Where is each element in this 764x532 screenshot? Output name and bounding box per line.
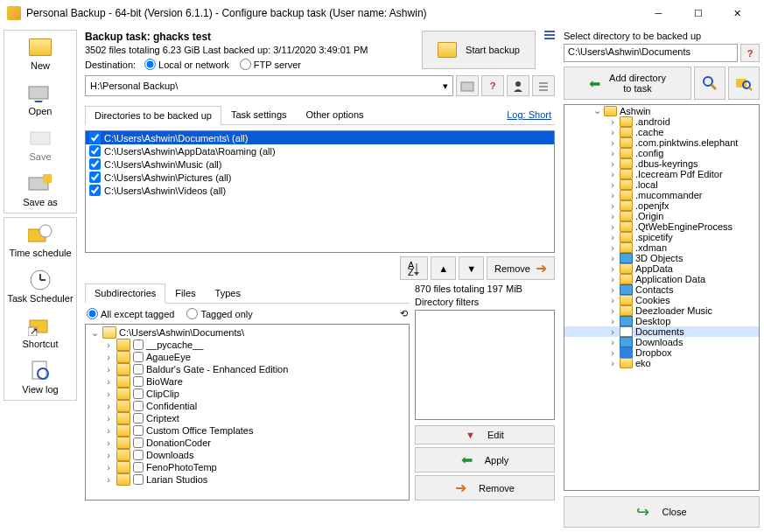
tree-checkbox[interactable] — [133, 352, 144, 362]
move-up-button[interactable]: ▲ — [431, 256, 456, 280]
browser-item[interactable]: ›.Origin — [564, 211, 760, 221]
tree-item[interactable]: ›Baldur's Gate - Enhanced Edition — [88, 363, 407, 375]
dir-checkbox[interactable] — [89, 158, 101, 170]
browser-root[interactable]: ⌄Ashwin — [564, 105, 760, 116]
tab-directories[interactable]: Directories to be backed up — [85, 106, 221, 125]
tree-checkbox[interactable] — [133, 401, 144, 411]
browser-item[interactable]: ›Application Data — [564, 274, 760, 284]
refresh-icon[interactable]: ⟲ — [400, 308, 408, 319]
add-directory-button[interactable]: ⬅ Add directory to task — [564, 66, 691, 100]
browser-item[interactable]: ›Dropbox — [564, 347, 760, 358]
log-link[interactable]: Log: Short — [507, 109, 551, 120]
help-button[interactable]: ? — [740, 44, 760, 62]
browser-item[interactable]: ›.spicetify — [564, 232, 760, 242]
task-scheduler-button[interactable]: Task Scheduler — [6, 269, 74, 304]
edit-filter-button[interactable]: ▼Edit — [415, 425, 555, 444]
tree-checkbox[interactable] — [133, 340, 144, 350]
tree-item[interactable]: ›FenoPhotoTemp — [88, 461, 407, 473]
tree-root[interactable]: ⌄C:\Users\Ashwin\Documents\ — [88, 326, 407, 339]
browser-item[interactable]: ›.config — [564, 148, 760, 158]
browser-item[interactable]: ›.cache — [564, 127, 760, 137]
radio-all-except[interactable]: All except tagged — [87, 308, 174, 319]
browser-item[interactable]: ›.openjfx — [564, 200, 760, 211]
new-button[interactable]: New — [6, 36, 74, 71]
radio-ftp[interactable]: FTP server — [240, 59, 301, 70]
tree-checkbox[interactable] — [133, 474, 144, 485]
subdirectory-tree[interactable]: ⌄C:\Users\Ashwin\Documents\›__pycache__›… — [85, 324, 410, 500]
directory-item[interactable]: C:\Users\Ashwin\AppData\Roaming (all) — [86, 144, 554, 158]
browser-item[interactable]: ›.xdman — [564, 242, 760, 253]
start-backup-button[interactable]: Start backup — [422, 31, 536, 69]
maximize-button[interactable]: ☐ — [678, 0, 718, 26]
close-button[interactable]: ↪ Close — [564, 496, 760, 528]
tree-checkbox[interactable] — [133, 450, 144, 460]
directory-item[interactable]: C:\Users\Ashwin\Videos (all) — [86, 184, 554, 197]
dir-checkbox[interactable] — [89, 132, 101, 144]
directory-item[interactable]: C:\Users\Ashwin\Pictures (all) — [86, 171, 554, 184]
tree-item[interactable]: ›DonationCoder — [88, 437, 407, 449]
tab-types[interactable]: Types — [206, 284, 250, 303]
tree-item[interactable]: ›Custom Office Templates — [88, 424, 407, 437]
settings-icon[interactable] — [532, 75, 555, 96]
open-button[interactable]: Open — [6, 81, 74, 116]
browser-item[interactable]: ›Downloads — [564, 337, 760, 347]
radio-local[interactable]: Local or network — [144, 59, 229, 70]
save-as-button[interactable]: Save as — [6, 172, 74, 207]
tree-item[interactable]: ›Downloads — [88, 449, 407, 461]
tree-checkbox[interactable] — [133, 413, 144, 424]
tree-item[interactable]: ›ClipClip — [88, 388, 407, 400]
browser-item[interactable]: ›.android — [564, 116, 760, 127]
sort-button[interactable]: AZ — [400, 256, 428, 280]
browser-item[interactable]: ›.QtWebEngineProcess — [564, 221, 760, 232]
tree-item[interactable]: ›Confidential — [88, 400, 407, 412]
browser-item[interactable]: ›eko — [564, 358, 760, 368]
dropdown-icon[interactable]: ▾ — [443, 80, 448, 92]
browser-item[interactable]: ›Cookies — [564, 295, 760, 305]
browser-item[interactable]: ›.mucommander — [564, 190, 760, 200]
tab-other-options[interactable]: Other options — [297, 105, 374, 124]
tree-checkbox[interactable] — [133, 388, 144, 399]
browser-item[interactable]: ›.local — [564, 179, 760, 190]
browser-item[interactable]: ›.com.pinktwins.elephant — [564, 137, 760, 148]
tree-checkbox[interactable] — [133, 364, 144, 374]
directories-list[interactable]: C:\Users\Ashwin\Documents\ (all)C:\Users… — [85, 130, 555, 253]
remove-filter-button[interactable]: ➜Remove — [415, 475, 555, 500]
tab-files[interactable]: Files — [165, 284, 205, 303]
selected-path-input[interactable]: C:\Users\Ashwin\Documents — [564, 44, 738, 62]
tab-subdirectories[interactable]: Subdirectories — [85, 284, 165, 304]
tree-checkbox[interactable] — [133, 438, 144, 448]
browser-item[interactable]: ›.dbus-keyrings — [564, 158, 760, 169]
tab-task-settings[interactable]: Task settings — [221, 105, 297, 124]
hamburger-menu-icon[interactable] — [544, 31, 555, 39]
browser-item[interactable]: ›Contacts — [564, 284, 760, 295]
browse-button[interactable] — [456, 75, 479, 96]
move-down-button[interactable]: ▼ — [459, 256, 484, 280]
directory-filters-list[interactable] — [415, 310, 555, 420]
apply-filter-button[interactable]: ⬅Apply — [415, 447, 555, 472]
tree-checkbox[interactable] — [133, 376, 144, 387]
tree-checkbox[interactable] — [133, 425, 144, 436]
dir-checkbox[interactable] — [89, 185, 101, 196]
browser-item[interactable]: ›Desktop — [564, 316, 760, 326]
browser-item[interactable]: ›AppData — [564, 263, 760, 274]
close-window-button[interactable]: ✕ — [718, 0, 757, 26]
help-icon[interactable]: ? — [481, 75, 504, 96]
browser-item[interactable]: ›Documents — [564, 326, 760, 337]
view-log-button[interactable]: View log — [6, 360, 74, 395]
tree-checkbox[interactable] — [133, 462, 144, 472]
user-icon[interactable] — [507, 75, 529, 96]
dir-checkbox[interactable] — [89, 172, 101, 183]
time-schedule-button[interactable]: Time schedule — [6, 223, 74, 258]
remove-directory-button[interactable]: Remove➜ — [487, 256, 555, 280]
directory-item[interactable]: C:\Users\Ashwin\Documents\ (all) — [86, 131, 554, 144]
browser-item[interactable]: ›.Icecream Pdf Editor — [564, 169, 760, 179]
browser-item[interactable]: ›Deezloader Music — [564, 305, 760, 316]
browser-item[interactable]: ›3D Objects — [564, 253, 760, 263]
destination-path-input[interactable]: H:\Personal Backup\ ▾ — [85, 75, 453, 96]
tree-item[interactable]: ›__pycache__ — [88, 339, 407, 351]
minimize-button[interactable]: ─ — [639, 0, 678, 26]
shortcut-button[interactable]: ↗ Shortcut — [6, 314, 74, 349]
directory-item[interactable]: C:\Users\Ashwin\Music (all) — [86, 158, 554, 171]
dir-checkbox[interactable] — [89, 145, 101, 157]
tree-item[interactable]: ›AgaueEye — [88, 351, 407, 363]
